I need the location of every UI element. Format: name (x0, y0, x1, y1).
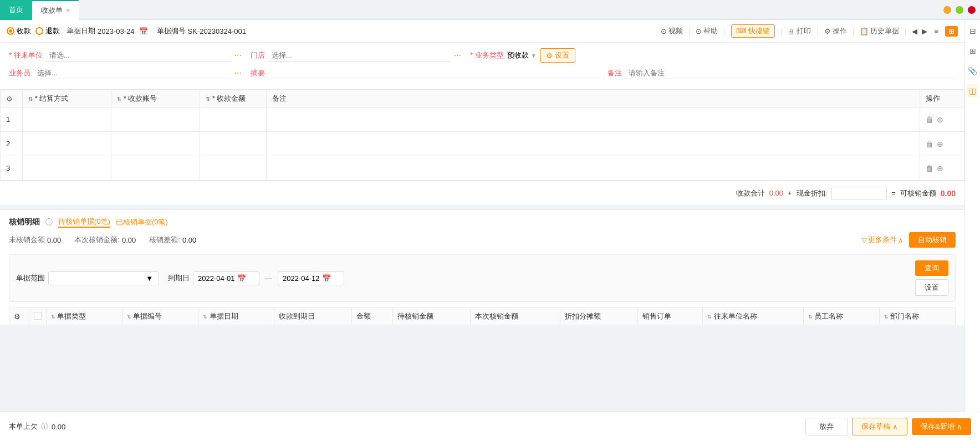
tab-home-label: 首页 (9, 5, 23, 15)
row3-amount[interactable] (200, 156, 267, 181)
nav-next[interactable]: ▶ (922, 27, 927, 35)
verified-tab[interactable]: 已核销单据(0笔) (116, 217, 168, 227)
footer-info-icon[interactable]: ⓘ (41, 422, 48, 432)
auto-verify-button[interactable]: 自动核销 (909, 232, 956, 248)
store-field: 门店 ··· (251, 49, 461, 61)
store-more-icon[interactable]: ··· (454, 50, 461, 60)
row3-copy-icon[interactable]: ⊕ (937, 164, 943, 173)
partner-more-icon[interactable]: ··· (234, 50, 242, 60)
discount-input[interactable] (831, 187, 887, 199)
print-action[interactable]: 🖨 打印 (788, 26, 811, 36)
row1-copy-icon[interactable]: ⊕ (937, 115, 943, 124)
store-input[interactable] (268, 49, 451, 61)
col-settings-header[interactable]: ⚙ (1, 90, 23, 107)
row3-account[interactable] (111, 156, 200, 181)
section-title-text: 核销明细 (9, 217, 40, 227)
draft-button[interactable]: 保存草稿 ∧ (852, 418, 907, 435)
row2-copy-icon[interactable]: ⊕ (937, 140, 943, 148)
settings-button[interactable]: ⚙ 设置 (540, 48, 575, 63)
row2-delete-icon[interactable]: 🗑 (926, 140, 933, 148)
date-from-value: 2022-04-01 (198, 274, 235, 283)
close-button[interactable] (968, 6, 976, 14)
history-label: 历史单据 (870, 26, 899, 36)
sidebar-table-icon[interactable]: ⊟ (967, 24, 978, 38)
tab-home[interactable]: 首页 (0, 0, 32, 20)
maximize-button[interactable] (956, 6, 963, 14)
col-account-header: ⇅ * 收款账号 (111, 90, 200, 107)
tab-receipt[interactable]: 收款单 × (32, 0, 79, 20)
more-conditions-link[interactable]: ▽ 更多条件 ∧ (861, 235, 904, 245)
help-action[interactable]: ⊙ 帮助 (696, 26, 718, 36)
calendar-icon[interactable]: 📅 (137, 26, 150, 37)
row1-delete-icon[interactable]: 🗑 (926, 115, 933, 124)
abandon-button[interactable]: 放弃 (805, 418, 848, 435)
remark-input[interactable] (625, 67, 956, 79)
footer-left: 本单上欠 ⓘ 0.00 (9, 422, 65, 432)
table-settings-icon[interactable]: ⚙ (6, 95, 13, 103)
partner-field: * 往来单位 ··· (9, 49, 242, 61)
help-icon: ⊙ (696, 27, 702, 35)
business-type-dropdown[interactable]: 预收款 ▼ (507, 50, 537, 60)
staff-label: 业务员 (9, 68, 30, 78)
receipt-radio[interactable]: 收款 (7, 26, 31, 36)
current-label: 本次核销金额: (74, 235, 120, 245)
shortcut-button[interactable]: ⌨ 快捷键 (731, 24, 775, 38)
equals-sign: = (891, 189, 896, 197)
print-icon: 🖨 (788, 27, 795, 35)
bt-settings-icon[interactable]: ⚙ (14, 312, 21, 321)
section-info-icon[interactable]: ⓘ (45, 217, 53, 227)
operation-action[interactable]: ⚙ 操作 (824, 26, 847, 36)
footer: 本单上欠 ⓘ 0.00 放弃 保存草稿 ∧ 保存&新增 ∧ (0, 412, 980, 441)
row1-account[interactable] (111, 107, 200, 132)
row2-account[interactable] (111, 132, 200, 156)
partner-input[interactable] (46, 49, 231, 61)
sidebar-attachment-icon[interactable]: 📎 (966, 64, 979, 78)
refund-radio[interactable]: 退款 (35, 26, 60, 36)
minimize-button[interactable] (943, 6, 951, 14)
discount-label: 现金折扣: (797, 188, 828, 198)
settings-gear-icon: ⚙ (546, 52, 553, 60)
remark-field: 备注 (608, 67, 956, 79)
bt-checkbox-header[interactable] (29, 308, 47, 325)
date-from-picker[interactable]: 2022-04-01 📅 (193, 271, 259, 285)
shortcut-icon: ⌨ (736, 27, 747, 35)
layout-btn[interactable]: ⊞ (945, 26, 958, 37)
row2-remark[interactable] (267, 132, 920, 156)
query-button[interactable]: 查询 (915, 260, 948, 276)
diff-stat: 核销差额: 0.00 (149, 235, 196, 245)
row2-settlement[interactable] (23, 132, 111, 156)
summary-input[interactable] (268, 67, 599, 79)
col-account-label: * 收款账号 (124, 94, 157, 102)
staff-more-icon[interactable]: ··· (234, 68, 242, 78)
row1-remark[interactable] (267, 107, 920, 132)
staff-field: 业务员 ··· (9, 67, 242, 79)
video-action[interactable]: ⊙ 视频 (661, 26, 683, 36)
row3-remark[interactable] (267, 156, 920, 181)
row3-settlement[interactable] (23, 156, 111, 181)
date-to-picker[interactable]: 2022-04-12 📅 (278, 271, 344, 285)
row1-settlement[interactable] (23, 107, 111, 132)
range-select[interactable]: ▼ (48, 271, 159, 285)
save-arrow-icon: ∧ (957, 423, 962, 431)
staff-input[interactable] (34, 67, 231, 79)
row1-amount[interactable] (200, 107, 267, 132)
bt-settings-header[interactable]: ⚙ (9, 308, 29, 325)
sidebar-expand-icon[interactable]: ◫ (967, 84, 978, 98)
number-label: 单据编号 (157, 26, 186, 36)
nav-prev[interactable]: ◀ (912, 27, 917, 35)
select-all-checkbox[interactable] (34, 312, 42, 320)
pending-tab[interactable]: 待核销单据(0笔) (58, 217, 110, 228)
col-amount-label: * 收款金额 (212, 94, 246, 102)
row3-delete-icon[interactable]: 🗑 (926, 164, 933, 173)
tab-close-icon[interactable]: × (66, 7, 70, 14)
layout-icon[interactable]: ≡ (932, 26, 941, 37)
history-action[interactable]: 📋 历史单据 (860, 26, 899, 36)
diff-value: 0.00 (182, 236, 196, 244)
save-button[interactable]: 保存&新增 ∧ (912, 418, 971, 435)
sidebar-grid-icon[interactable]: ⊞ (967, 44, 978, 58)
form-area: * 往来单位 ··· 门店 ··· * 业务类型 预收款 ▼ ⚙ (0, 43, 964, 90)
data-table-wrapper: ⚙ ⇅ * 结算方式 ⇅ * 收款账号 ⇅ * 收款金额 (0, 90, 964, 181)
row2-amount[interactable] (200, 132, 267, 156)
filter-settings-button[interactable]: 设置 (915, 279, 948, 296)
date-value[interactable]: 2023-03-24 (98, 27, 135, 35)
